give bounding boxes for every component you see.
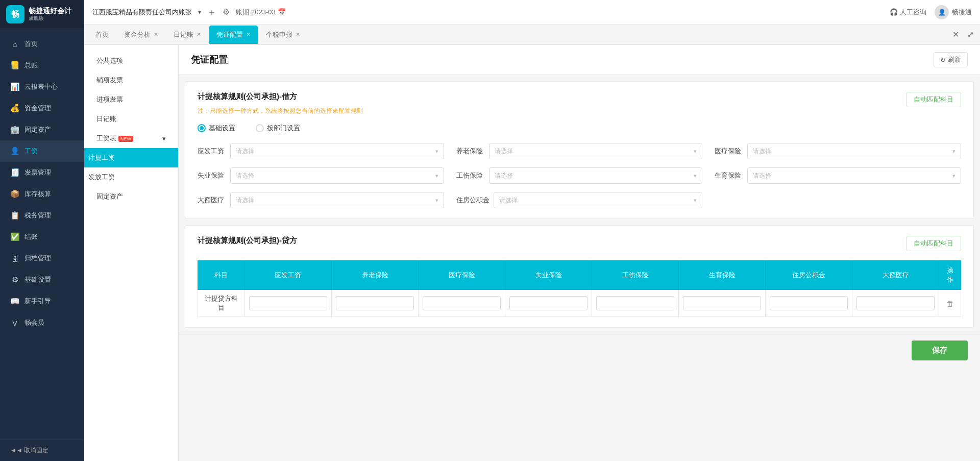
left-nav-purchase[interactable]: 进项发票 bbox=[84, 90, 178, 109]
left-nav-public[interactable]: 公共选项 bbox=[84, 51, 178, 70]
select-large-medical[interactable]: 请选择 ▾ bbox=[230, 192, 444, 208]
left-nav-salary_table[interactable]: 工资表NEW▾ bbox=[84, 129, 178, 148]
input-credit-0[interactable] bbox=[249, 296, 327, 310]
td-action[interactable]: 🗑 bbox=[939, 290, 961, 317]
sidebar-item-inventory[interactable]: 📦库存核算 bbox=[0, 183, 84, 205]
sidebar-item-tax[interactable]: 📋税务管理 bbox=[0, 205, 84, 226]
td-value-7[interactable] bbox=[852, 290, 939, 317]
td-value-6[interactable] bbox=[766, 290, 852, 317]
sidebar-label-settings: 基础设置 bbox=[24, 275, 51, 284]
tab-voucher[interactable]: 凭证配置 ✕ bbox=[209, 26, 258, 44]
left-nav-label-salary_table: 工资表NEW bbox=[96, 134, 133, 143]
td-value-0[interactable] bbox=[244, 290, 331, 317]
left-nav-sales[interactable]: 销项发票 bbox=[84, 70, 178, 90]
calendar-icon[interactable]: 📅 bbox=[278, 8, 286, 16]
sidebar-item-settings[interactable]: ⚙基础设置 bbox=[0, 269, 84, 290]
debit-auto-match-button[interactable]: 自动匹配科目 bbox=[906, 92, 961, 107]
user-menu[interactable]: 👤 畅捷通 bbox=[935, 5, 972, 19]
left-nav: 公共选项销项发票进项发票日记账工资表NEW▾计提工资发放工资固定资产 bbox=[84, 45, 179, 461]
radio-dept-label: 按部门设置 bbox=[267, 124, 300, 133]
logo-title: 畅捷通好会计 bbox=[29, 7, 71, 15]
sidebar-item-ledger[interactable]: 📒总账 bbox=[0, 55, 84, 76]
th-大额医疗: 大额医疗 bbox=[852, 261, 939, 290]
sidebar-label-salary: 工资 bbox=[24, 147, 38, 156]
tab-close-voucher[interactable]: ✕ bbox=[246, 31, 251, 38]
page-title: 凭证配置 bbox=[191, 54, 228, 66]
sidebar-item-salary[interactable]: 👤工资 bbox=[0, 140, 84, 162]
debit-header-row: 计提核算规则(公司承担)-借方 注：只能选择一种方式，系统将按照您当前的选择来配… bbox=[198, 92, 961, 124]
td-value-3[interactable] bbox=[505, 290, 592, 317]
select-medical[interactable]: 请选择 ▾ bbox=[747, 143, 961, 159]
th-应发工资: 应发工资 bbox=[244, 261, 331, 290]
td-value-1[interactable] bbox=[331, 290, 418, 317]
select-pension[interactable]: 请选择 ▾ bbox=[489, 143, 703, 159]
save-button[interactable]: 保存 bbox=[912, 341, 968, 360]
input-credit-6[interactable] bbox=[770, 296, 848, 310]
left-nav-payroll_pay[interactable]: 发放工资 bbox=[84, 167, 178, 187]
left-nav-fixed_assets[interactable]: 固定资产 bbox=[84, 187, 178, 206]
service-button[interactable]: 🎧 人工咨询 bbox=[890, 8, 926, 17]
tab-home[interactable]: 首页 bbox=[88, 26, 116, 44]
refresh-button[interactable]: ↻ 刷新 bbox=[934, 52, 968, 67]
sidebar-icon-assets: 🏢 bbox=[10, 125, 19, 134]
input-credit-5[interactable] bbox=[683, 296, 761, 310]
tab-close-tax[interactable]: ✕ bbox=[296, 31, 300, 38]
tabs-bar: 首页资金分析 ✕日记账 ✕凭证配置 ✕个税申报 ✕ ✕ ⤢ bbox=[84, 25, 980, 45]
sidebar-icon-checkout: ✅ bbox=[10, 232, 19, 241]
avatar: 👤 bbox=[935, 5, 949, 19]
td-value-4[interactable] bbox=[592, 290, 679, 317]
input-credit-4[interactable] bbox=[596, 296, 674, 310]
radio-basic[interactable]: 基础设置 bbox=[198, 124, 235, 133]
sidebar-item-member[interactable]: V畅会员 bbox=[0, 312, 84, 333]
sidebar-item-guide[interactable]: 📖新手引导 bbox=[0, 290, 84, 312]
chevron-down-icon: ▾ bbox=[435, 197, 438, 204]
company-dropdown[interactable]: ▾ bbox=[198, 9, 201, 16]
close-window-button[interactable]: ✕ bbox=[950, 28, 961, 41]
input-credit-3[interactable] bbox=[509, 296, 587, 310]
service-label: 人工咨询 bbox=[900, 8, 926, 17]
left-nav-payroll_accrual[interactable]: 计提工资 bbox=[84, 148, 178, 167]
td-value-2[interactable] bbox=[419, 290, 505, 317]
tab-funds[interactable]: 资金分析 ✕ bbox=[117, 26, 165, 44]
tab-tax[interactable]: 个税申报 ✕ bbox=[259, 26, 307, 44]
select-medical-placeholder: 请选择 bbox=[753, 147, 771, 156]
sidebar-item-assets[interactable]: 🏢固定资产 bbox=[0, 119, 84, 140]
sidebar-label-invoices: 发票管理 bbox=[24, 168, 51, 177]
tab-close-funds[interactable]: ✕ bbox=[154, 31, 158, 38]
debit-form-grid: 应发工资 请选择 ▾ 养老保险 请选择 ▾ 医疗 bbox=[198, 143, 961, 208]
sidebar-item-home[interactable]: ⌂首页 bbox=[0, 33, 84, 55]
select-work-injury[interactable]: 请选择 ▾ bbox=[489, 167, 703, 184]
main-area: 江西服宝精品有限责任公司内账张 ▾ ＋ ⚙ 账期 2023-03 📅 🎧 人工咨… bbox=[84, 0, 980, 461]
input-credit-7[interactable] bbox=[856, 296, 935, 310]
setting-icon[interactable]: ⚙ bbox=[223, 7, 230, 17]
sidebar-icon-member: V bbox=[10, 319, 19, 327]
select-maternity-placeholder: 请选择 bbox=[753, 172, 771, 180]
expand-window-button[interactable]: ⤢ bbox=[965, 28, 976, 41]
select-maternity[interactable]: 请选择 ▾ bbox=[747, 167, 961, 184]
select-unemployment[interactable]: 请选择 ▾ bbox=[230, 167, 444, 184]
radio-dept[interactable]: 按部门设置 bbox=[256, 124, 300, 133]
sidebar-icon-invoices: 🧾 bbox=[10, 168, 19, 177]
radio-dept-btn[interactable] bbox=[256, 124, 264, 132]
sidebar-item-checkout[interactable]: ✅结账 bbox=[0, 226, 84, 248]
sidebar-item-archive[interactable]: 🗄归档管理 bbox=[0, 248, 84, 269]
radio-basic-btn[interactable] bbox=[198, 124, 206, 132]
credit-auto-match-button[interactable]: 自动匹配科目 bbox=[906, 236, 961, 251]
select-housing-fund[interactable]: 请选择 ▾ bbox=[494, 192, 703, 208]
sidebar-cancel-pin[interactable]: ◄◄ 取消固定 bbox=[0, 440, 84, 461]
input-credit-1[interactable] bbox=[336, 296, 414, 310]
radio-basic-label: 基础设置 bbox=[209, 124, 235, 133]
tab-journal[interactable]: 日记账 ✕ bbox=[166, 26, 208, 44]
topbar: 江西服宝精品有限责任公司内账张 ▾ ＋ ⚙ 账期 2023-03 📅 🎧 人工咨… bbox=[84, 0, 980, 25]
chevron-down-icon: ▾ bbox=[694, 173, 697, 179]
sidebar-item-reports[interactable]: 📊云报表中心 bbox=[0, 76, 84, 98]
sidebar-item-funds[interactable]: 💰资金管理 bbox=[0, 98, 84, 119]
delete-icon[interactable]: 🗑 bbox=[946, 299, 954, 308]
input-credit-2[interactable] bbox=[423, 296, 501, 310]
select-salary[interactable]: 请选择 ▾ bbox=[230, 143, 444, 159]
add-button[interactable]: ＋ bbox=[207, 6, 216, 18]
sidebar-item-invoices[interactable]: 🧾发票管理 bbox=[0, 162, 84, 183]
tab-close-journal[interactable]: ✕ bbox=[197, 31, 201, 38]
td-value-5[interactable] bbox=[679, 290, 766, 317]
left-nav-journal[interactable]: 日记账 bbox=[84, 109, 178, 129]
